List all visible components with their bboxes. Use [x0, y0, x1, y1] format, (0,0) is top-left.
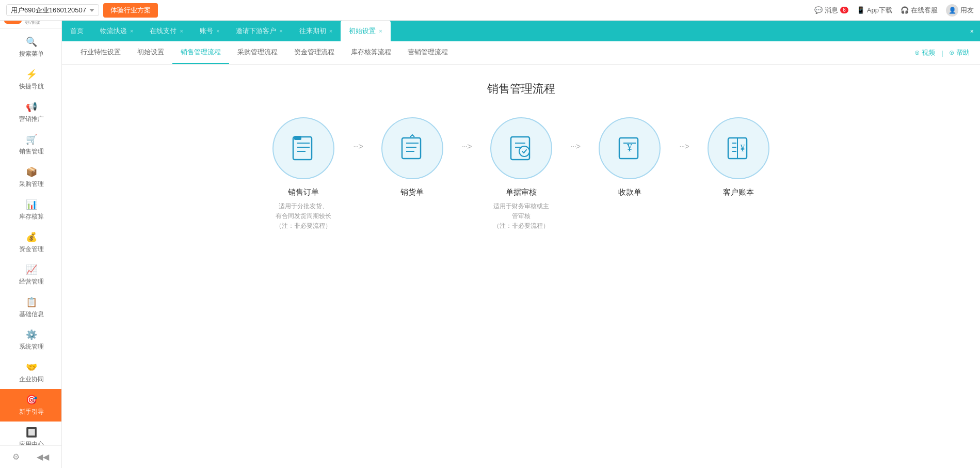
sidebar-item-销售管理[interactable]: 🛒销售管理	[0, 129, 61, 161]
sidebar-icon-1: ⚡	[26, 69, 37, 80]
flow-step-approval[interactable]: 单据审核适用于财务审核或主 管审核 （注：非必要流程）	[475, 117, 568, 231]
flow-circle-receipt: ¥	[599, 117, 661, 179]
sidebar-label-0: 搜索菜单	[19, 50, 44, 58]
user-select[interactable]: 用户690企业1660120507	[6, 4, 99, 16]
sidebar-item-库存核算[interactable]: 📊库存核算	[0, 194, 61, 226]
sidebar-icon-2: 📢	[26, 101, 37, 113]
nav-tab-5[interactable]: 往来期初×	[291, 21, 341, 41]
page-tab-6[interactable]: 营销管理流程	[399, 41, 456, 64]
svg-rect-0	[293, 137, 312, 160]
flow-step-name-receipt: 收款单	[618, 188, 641, 197]
flow-arrow-4: ···>	[676, 142, 692, 151]
app-download-item[interactable]: 📱 App下载	[857, 6, 892, 15]
message-badge: 6	[840, 7, 848, 13]
flow-arrow-1: ···>	[350, 142, 366, 151]
sidebar: 畅 畅捷通好生意 标准版 🔍搜索菜单⚡快捷导航📢营销推广🛒销售管理📦采购管理📊库…	[0, 0, 62, 468]
page-tabs: 行业特性设置初始设置销售管理流程采购管理流程资金管理流程库存核算流程营销管理流程…	[62, 41, 980, 65]
nav-tab-close-4[interactable]: ×	[279, 28, 282, 34]
sidebar-label-9: 系统管理	[19, 342, 44, 351]
sidebar-item-应用中心[interactable]: 🔲应用中心	[0, 422, 61, 445]
nav-tab-close-3[interactable]: ×	[216, 28, 219, 34]
user-avatar: 👤	[946, 4, 958, 17]
flow-circle-account-book: ¥	[708, 117, 769, 179]
page-tabs-left: 行业特性设置初始设置销售管理流程采购管理流程资金管理流程库存核算流程营销管理流程	[72, 41, 456, 64]
sidebar-item-资金管理[interactable]: 💰资金管理	[0, 226, 61, 259]
sidebar-item-采购管理[interactable]: 📦采购管理	[0, 161, 61, 194]
svg-rect-5	[402, 138, 421, 159]
flow-step-desc-approval: 适用于财务审核或主 管审核 （注：非必要流程）	[493, 201, 549, 231]
nav-tab-label-5: 往来期初	[299, 26, 326, 36]
nav-tab-4[interactable]: 邀请下游客户×	[228, 21, 291, 41]
page-tab-0[interactable]: 行业特性设置	[72, 41, 129, 64]
flow-step-sales-order[interactable]: 销售订单适用于分批发货、 有合同发货周期较长 （注：非必要流程）	[257, 117, 350, 231]
sidebar-item-快捷导航[interactable]: ⚡快捷导航	[0, 64, 61, 96]
flow-step-receipt[interactable]: ¥ 收款单	[583, 117, 676, 201]
sidebar-icon-8: 📋	[26, 297, 37, 308]
sidebar-icon-4: 📦	[26, 166, 37, 178]
nav-tab-0[interactable]: 首页	[62, 21, 92, 41]
flow-step-sales-invoice[interactable]: 销货单	[366, 117, 459, 201]
sidebar-item-基础信息[interactable]: 📋基础信息	[0, 291, 61, 324]
flow-step-account-book[interactable]: ¥ 客户账本	[692, 117, 785, 201]
nav-tab-6[interactable]: 初始设置×	[341, 21, 390, 41]
flow-step-name-approval: 单据审核	[506, 188, 537, 197]
messages-item[interactable]: 💬 消息 6	[814, 6, 848, 15]
nav-tab-3[interactable]: 账号×	[191, 21, 228, 41]
page-tab-3[interactable]: 采购管理流程	[229, 41, 286, 64]
page-tab-4[interactable]: 资金管理流程	[286, 41, 343, 64]
flow-circle-approval	[490, 117, 552, 179]
sidebar-label-3: 销售管理	[19, 147, 44, 156]
sidebar-label-7: 经营管理	[19, 277, 44, 286]
flow-circle-sales-order	[272, 117, 334, 179]
nav-tab-2[interactable]: 在线支付×	[141, 21, 191, 41]
nav-tab-label-0: 首页	[70, 26, 84, 36]
top-bar: 用户690企业1660120507 体验行业方案 💬 消息 6 📱 App下载 …	[0, 0, 980, 21]
sidebar-icon-7: 📈	[26, 264, 37, 275]
sidebar-item-搜索菜单[interactable]: 🔍搜索菜单	[0, 31, 61, 64]
sidebar-icon-3: 🛒	[26, 134, 37, 145]
nav-tab-close-1[interactable]: ×	[130, 28, 133, 34]
close-all-tabs[interactable]: ×	[970, 27, 974, 35]
top-bar-right: 💬 消息 6 📱 App下载 🎧 在线客服 👤 用友	[814, 4, 974, 17]
nav-tab-label-4: 邀请下游客户	[236, 26, 276, 36]
svg-text:¥: ¥	[627, 142, 632, 153]
message-icon: 💬	[814, 6, 823, 14]
sidebar-item-企业协同[interactable]: 🤝企业协同	[0, 356, 61, 389]
nav-tab-1[interactable]: 物流快递×	[92, 21, 141, 41]
page-tab-2[interactable]: 销售管理流程	[172, 41, 229, 64]
settings-icon[interactable]: ⚙	[10, 450, 22, 464]
collapse-icon[interactable]: ◀◀	[35, 450, 51, 464]
sidebar-icon-12: 🔲	[26, 427, 37, 438]
nav-tab-label-2: 在线支付	[150, 26, 176, 36]
sidebar-label-12: 应用中心	[19, 440, 44, 445]
flow-step-name-sales-order: 销售订单	[288, 188, 319, 197]
flow-arrow-3: ···>	[568, 142, 584, 151]
nav-tab-label-6: 初始设置	[349, 26, 376, 36]
headset-icon: 🎧	[901, 6, 909, 14]
page-tab-5[interactable]: 库存核算流程	[343, 41, 399, 64]
sidebar-icon-6: 💰	[26, 231, 37, 243]
nav-tab-close-2[interactable]: ×	[180, 28, 183, 34]
video-help-link[interactable]: ⊙ 视频	[914, 48, 935, 57]
sidebar-item-经营管理[interactable]: 📈经营管理	[0, 259, 61, 291]
nav-tab-close-6[interactable]: ×	[379, 28, 382, 34]
sidebar-item-营销推广[interactable]: 📢营销推广	[0, 96, 61, 129]
svg-text:¥: ¥	[740, 143, 745, 153]
page-tab-1[interactable]: 初始设置	[129, 41, 172, 64]
sidebar-item-系统管理[interactable]: ⚙️系统管理	[0, 324, 61, 356]
online-service-item[interactable]: 🎧 在线客服	[901, 6, 938, 15]
user-item[interactable]: 👤 用友	[946, 4, 974, 17]
sidebar-label-8: 基础信息	[19, 310, 44, 319]
help-link[interactable]: ⊙ 帮助	[949, 48, 970, 57]
trial-btn[interactable]: 体验行业方案	[103, 3, 158, 18]
sidebar-label-2: 营销推广	[19, 115, 44, 123]
sidebar-label-11: 新手引导	[19, 408, 44, 416]
page-tabs-right: ⊙ 视频 | ⊙ 帮助	[914, 48, 970, 57]
nav-tab-label-1: 物流快递	[100, 26, 127, 36]
sidebar-label-5: 库存核算	[19, 212, 44, 221]
content-area: 行业特性设置初始设置销售管理流程采购管理流程资金管理流程库存核算流程营销管理流程…	[62, 41, 980, 468]
sidebar-item-新手引导[interactable]: 🎯新手引导	[0, 389, 61, 422]
nav-tabs-bar: 首页物流快递×在线支付×账号×邀请下游客户×往来期初×初始设置××	[62, 21, 980, 41]
nav-tab-close-5[interactable]: ×	[329, 28, 332, 34]
sidebar-label-4: 采购管理	[19, 180, 44, 189]
